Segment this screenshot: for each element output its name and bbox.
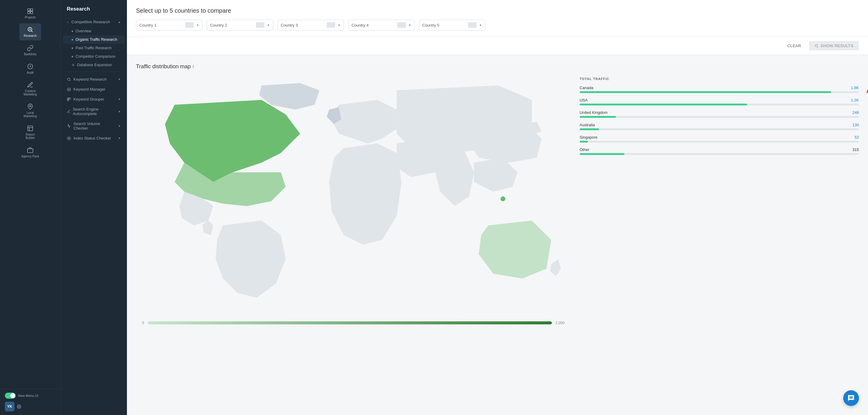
svg-point-11 [67,88,71,91]
stat-value-usa: 1.2K [851,98,859,102]
nav-item-index-status-checker[interactable]: Index Status Checker ▼ [63,133,125,143]
svg-point-16 [67,136,71,140]
stat-row-other: Other 315 [580,148,859,155]
svg-rect-0 [28,9,30,11]
gear-icon: ⚙ [72,63,75,67]
nav-sub-item-overview[interactable]: Overview [63,27,125,35]
stats-panel-title: TOTAL TRAFFIC [580,77,859,81]
flag-3 [327,22,335,28]
sidebar-item-content-marketing[interactable]: Content Marketing [19,78,41,99]
nav-item-keyword-research[interactable]: Keyword Research ▼ [63,74,125,84]
stat-bar-canada-bg [580,91,859,93]
stat-row-canada: Canada 1.8K [580,86,859,93]
index-status-icon [67,136,71,140]
country-select-5[interactable]: Country 5 ▼ [419,20,485,31]
sidebar-item-projects[interactable]: Projects [19,5,41,22]
sidebar: Projects Research Backlinks Audit [0,0,60,415]
keyword-research-icon [67,77,71,82]
volume-checker-icon [67,124,71,128]
sidebar-bottom: New Menu UI YK [0,389,60,415]
flag-5 [468,22,476,28]
sub-dot-paid [72,47,73,49]
nav-section-competitive: ○ Competitive Research ▲ Overview Organi… [61,17,127,143]
country-selector-row: Country 1 ▼ Country 2 ▼ Country 3 ▼ Coun… [136,20,859,31]
svg-point-6 [29,105,31,107]
svg-rect-2 [28,11,30,13]
nav-sub-item-paid-traffic-research[interactable]: Paid Traffic Research [63,44,125,52]
stat-value-uk: 248 [852,110,859,115]
new-menu-toggle-row: New Menu UI [5,393,56,399]
map-section: Traffic distribution map ℹ [127,55,868,415]
keyword-grouper-icon [67,97,71,101]
autocomplete-icon [67,109,70,114]
nav-item-search-engine-autocomplete[interactable]: Search Engine Autocomplete ▼ [63,104,125,119]
settings-icon[interactable] [17,405,21,409]
stat-bar-usa-bg [580,104,859,105]
stat-value-other: 315 [852,148,859,152]
stat-bar-other-fill [580,153,624,155]
nav-item-competitive-research[interactable]: ○ Competitive Research ▲ [63,17,125,27]
stat-bar-australia-bg [580,128,859,130]
search-icon-btn [814,44,819,48]
actions-row: CLEAR SHOW RESULTS [127,37,868,55]
nav-sub-item-organic-traffic-research[interactable]: Organic Traffic Research [63,35,125,44]
stat-country-australia: Australia [580,123,595,127]
chat-button[interactable] [843,390,859,406]
stat-country-usa: USA [580,98,588,102]
stat-bar-other-bg [580,153,859,155]
sidebar-item-research[interactable]: Research [19,23,41,40]
country-select-3[interactable]: Country 3 ▼ [277,20,344,31]
nav-sub-item-competitor-comparison[interactable]: Competitor Comparison [63,52,125,61]
stat-country-canada: Canada [580,86,594,90]
sidebar-item-report-builder[interactable]: Report Builder [19,122,41,142]
svg-rect-8 [28,149,33,153]
svg-rect-1 [31,9,33,11]
svg-rect-15 [67,99,69,101]
stat-bar-uk-bg [580,116,859,118]
nav-panel: Research ○ Competitive Research ▲ Overvi… [60,0,127,415]
svg-rect-3 [31,11,33,13]
chevron-down-country4: ▼ [408,24,411,27]
main-header: Select up to 5 countries to compare Coun… [127,0,868,37]
info-icon[interactable]: ℹ [192,64,194,69]
country-select-1[interactable]: Country 1 ▼ [136,20,203,31]
user-avatar[interactable]: YK [5,402,14,411]
country-select-2[interactable]: Country 2 ▼ [207,20,273,31]
stat-bar-australia-fill [580,128,599,130]
sidebar-item-agency-pack[interactable]: Agency Pack [19,144,41,161]
chevron-down-icon-svc: ▼ [118,124,121,128]
svg-rect-13 [67,98,69,99]
stat-bar-uk-fill [580,116,616,118]
sidebar-item-local-marketing[interactable]: Local Marketing [19,100,41,121]
clear-button[interactable]: CLEAR [783,41,805,51]
world-map-svg [136,76,570,317]
chevron-down-country2: ▼ [267,24,270,27]
chat-icon [847,394,855,402]
sidebar-item-audit[interactable]: Audit [19,60,41,77]
stats-panel: TOTAL TRAFFIC Canada 1.8K [580,76,859,160]
svg-point-18 [815,44,817,47]
country-select-4[interactable]: Country 4 ▼ [348,20,415,31]
show-results-button[interactable]: SHOW RESULTS [809,41,859,51]
stat-value-canada: 1.8K [851,86,859,90]
chevron-down-icon-kr: ▼ [118,77,121,81]
nav-item-keyword-grouper[interactable]: Keyword Grouper ▼ [63,94,125,104]
nav-item-search-volume-checker[interactable]: Search Volume Checker ▼ [63,119,125,133]
svg-point-12 [68,89,69,90]
stat-bar-usa-fill [580,104,747,105]
nav-sub-item-database-expansion[interactable]: ⚙ Database Expansion [63,61,125,69]
stat-row-uk: United Kingdom 248 [580,110,859,118]
nav-item-keyword-manager[interactable]: Keyword Manager [63,84,125,94]
flag-2 [256,22,265,28]
page-title: Select up to 5 countries to compare [136,7,859,14]
flag-1 [185,22,194,28]
stat-value-singapore: 52 [855,135,859,139]
sub-dot-organic [72,39,73,40]
stat-row-usa: USA 1.2K [580,98,859,105]
chevron-down-icon-isc: ▼ [118,136,121,140]
singapore-dot [500,196,505,201]
new-menu-toggle[interactable] [5,393,16,399]
svg-point-9 [19,406,20,407]
sidebar-item-backlinks[interactable]: Backlinks [19,42,41,59]
nav-group-competitive: ○ Competitive Research ▲ Overview Organi… [63,17,125,69]
